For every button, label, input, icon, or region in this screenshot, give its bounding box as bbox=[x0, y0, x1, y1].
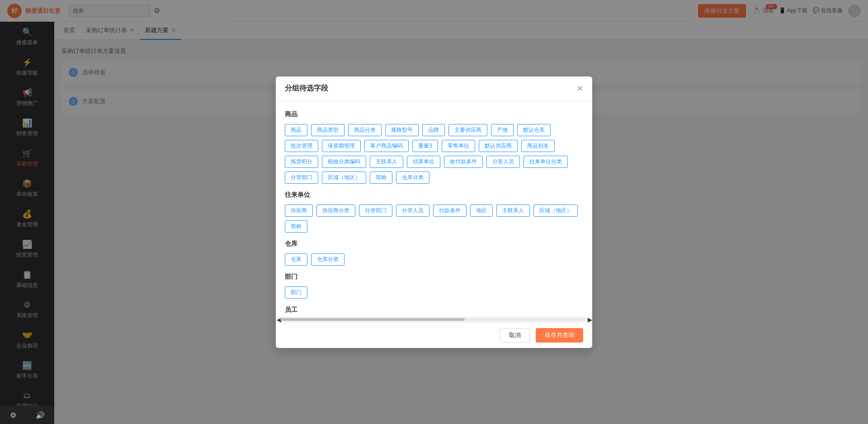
field-tag-客户商品编码[interactable]: 客户商品编码 bbox=[364, 140, 409, 152]
field-tag-拣货积分[interactable]: 拣货积分 bbox=[285, 156, 318, 168]
partner-section: 往来单位 供应商 供应商分类 分管部门 分管人员 付款条件 地区 主联系人 区域… bbox=[285, 191, 583, 233]
scroll-thumb bbox=[280, 318, 465, 321]
field-tag-主联系人[interactable]: 主联系人 bbox=[370, 156, 403, 168]
field-tag-供应商[interactable]: 供应商 bbox=[285, 205, 313, 217]
confirm-button[interactable]: 保存并查询 bbox=[536, 328, 583, 343]
product-section: 商品 商品 商品类型 商品分类 规格型号 品牌 主要供应商 产地 默认仓库 批次… bbox=[285, 110, 583, 184]
field-tag-产地[interactable]: 产地 bbox=[491, 124, 514, 136]
field-tag-默认供应商[interactable]: 默认供应商 bbox=[479, 140, 518, 152]
field-tag-区域地区-goods[interactable]: 区域（地区） bbox=[322, 172, 366, 184]
field-tag-部门[interactable]: 部门 bbox=[285, 286, 307, 299]
bottom-bar: ⚙ 🔊 bbox=[0, 406, 54, 424]
cancel-button[interactable]: 取消 bbox=[500, 328, 530, 343]
field-tag-分管部门-goods[interactable]: 分管部门 bbox=[285, 172, 318, 184]
modal-header: 分组待选字段 ✕ bbox=[276, 76, 592, 101]
modal-horizontal-scrollbar[interactable]: ◀ ▶ bbox=[276, 317, 592, 322]
field-tag-商品[interactable]: 商品 bbox=[285, 124, 307, 136]
partner-fields: 供应商 供应商分类 分管部门 分管人员 付款条件 地区 主联系人 区域（地区） … bbox=[285, 205, 583, 233]
field-tag-零售单位[interactable]: 零售单位 bbox=[442, 140, 475, 152]
modal-body: 商品 商品 商品类型 商品分类 规格型号 品牌 主要供应商 产地 默认仓库 批次… bbox=[276, 101, 592, 317]
field-tag-品牌[interactable]: 品牌 bbox=[422, 124, 445, 136]
field-tag-分管部门-partner[interactable]: 分管部门 bbox=[359, 205, 392, 217]
modal-footer: 取消 保存并查询 bbox=[276, 322, 592, 348]
bottom-volume-icon[interactable]: 🔊 bbox=[36, 411, 45, 419]
field-tag-商品类型[interactable]: 商品类型 bbox=[311, 124, 344, 136]
scroll-track bbox=[280, 318, 588, 321]
field-tag-往来单位分类[interactable]: 往来单位分类 bbox=[524, 156, 568, 168]
field-tag-主联系人-partner[interactable]: 主联系人 bbox=[496, 205, 530, 217]
warehouse-section: 仓库 仓库 仓库分类 bbox=[285, 240, 583, 266]
field-tag-供应商分类[interactable]: 供应商分类 bbox=[316, 205, 355, 217]
employee-section: 员工 业务员 bbox=[285, 306, 583, 317]
field-tag-批次管理[interactable]: 批次管理 bbox=[285, 140, 318, 152]
field-tag-仓库[interactable]: 仓库 bbox=[285, 253, 307, 266]
dept-section: 部门 部门 bbox=[285, 273, 583, 299]
field-tag-地区[interactable]: 地区 bbox=[470, 205, 493, 217]
warehouse-section-title: 仓库 bbox=[285, 240, 583, 248]
field-tag-默认仓库[interactable]: 默认仓库 bbox=[517, 124, 551, 136]
field-tag-规格型号[interactable]: 规格型号 bbox=[385, 124, 419, 136]
field-tag-仓库分类[interactable]: 仓库分类 bbox=[311, 253, 344, 266]
bottom-settings-icon[interactable]: ⚙ bbox=[10, 411, 16, 419]
field-tag-税收分类编码[interactable]: 税收分类编码 bbox=[322, 156, 366, 168]
modal-dialog: 分组待选字段 ✕ 商品 商品 商品类型 商品分类 规格型号 品牌 主要供应商 产… bbox=[276, 76, 592, 348]
field-tag-主要供应商[interactable]: 主要供应商 bbox=[448, 124, 487, 136]
field-tag-分管人员[interactable]: 分管人员 bbox=[486, 156, 520, 168]
modal-overlay: 分组待选字段 ✕ 商品 商品 商品类型 商品分类 规格型号 品牌 主要供应商 产… bbox=[0, 0, 868, 424]
employee-section-title: 员工 bbox=[285, 306, 583, 314]
modal-close-button[interactable]: ✕ bbox=[576, 84, 583, 94]
field-tag-重量3[interactable]: 重量3 bbox=[412, 140, 438, 152]
modal-title: 分组待选字段 bbox=[285, 84, 328, 93]
field-tag-保质期管理[interactable]: 保质期管理 bbox=[322, 140, 361, 152]
warehouse-fields: 仓库 仓库分类 bbox=[285, 253, 583, 266]
field-tag-商品别名[interactable]: 商品别名 bbox=[521, 140, 555, 152]
field-tag-简称-partner[interactable]: 简称 bbox=[285, 220, 307, 233]
partner-section-title: 往来单位 bbox=[285, 191, 583, 199]
product-fields: 商品 商品类型 商品分类 规格型号 品牌 主要供应商 产地 默认仓库 批次管理 … bbox=[285, 124, 583, 184]
field-tag-区域地区-partner[interactable]: 区域（地区） bbox=[533, 205, 578, 217]
field-tag-商品分类[interactable]: 商品分类 bbox=[348, 124, 382, 136]
field-tag-结算单位[interactable]: 结算单位 bbox=[407, 156, 440, 168]
dept-section-title: 部门 bbox=[285, 273, 583, 281]
product-section-title: 商品 bbox=[285, 110, 583, 119]
field-tag-付款条件[interactable]: 付款条件 bbox=[433, 205, 467, 217]
field-tag-简称-goods[interactable]: 简称 bbox=[370, 172, 392, 184]
field-tag-分管人员-partner[interactable]: 分管人员 bbox=[396, 205, 429, 217]
dept-fields: 部门 bbox=[285, 286, 583, 299]
field-tag-收付款条件[interactable]: 收付款条件 bbox=[444, 156, 483, 168]
field-tag-仓库分类-goods[interactable]: 仓库分类 bbox=[396, 172, 429, 184]
